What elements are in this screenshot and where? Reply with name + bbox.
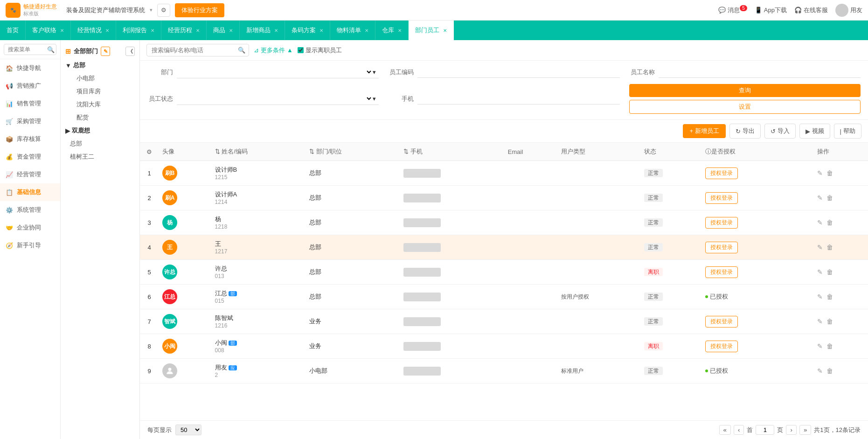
- dept-item-zhishu[interactable]: 植树王二: [61, 150, 139, 163]
- view-button[interactable]: ▶ 视频: [799, 124, 830, 139]
- auth-button[interactable]: 授权登录: [705, 341, 738, 352]
- last-page-button[interactable]: »: [799, 425, 811, 435]
- tab-goods[interactable]: 商品✕: [207, 21, 240, 40]
- export-button[interactable]: ↻ 导出: [729, 124, 761, 139]
- gear-button[interactable]: ⚙: [157, 4, 170, 17]
- import-button[interactable]: ↺ 导入: [764, 124, 796, 139]
- close-customer-icon[interactable]: ✕: [60, 28, 64, 33]
- delete-button[interactable]: 🗑: [826, 244, 833, 251]
- message-button[interactable]: 💬 消息 5: [718, 6, 747, 14]
- auth-button[interactable]: 授权登录: [705, 192, 738, 204]
- dropdown-arrow-icon[interactable]: ▾: [150, 7, 153, 13]
- edit-button[interactable]: ✎: [817, 169, 823, 177]
- user-area[interactable]: 用友: [835, 4, 862, 17]
- sidebar-item-system[interactable]: ⚙️ 系统管理: [0, 201, 60, 219]
- close-barcode-icon[interactable]: ✕: [319, 28, 323, 33]
- show-resigned-checkbox[interactable]: [298, 47, 304, 53]
- tab-barcode[interactable]: 条码方案✕: [285, 21, 330, 40]
- delete-button[interactable]: 🗑: [826, 219, 833, 226]
- edit-button[interactable]: ✎: [817, 268, 823, 276]
- prev-page-button[interactable]: ‹: [734, 425, 744, 435]
- dept-collapse-button[interactable]: 《: [125, 47, 135, 56]
- search-button-icon[interactable]: 🔍: [238, 47, 245, 54]
- dept-group-zongbu[interactable]: ▼ 总部: [61, 59, 139, 72]
- close-goods-icon[interactable]: ✕: [229, 28, 233, 33]
- trial-button[interactable]: 体验行业方案: [175, 3, 224, 17]
- dept-item-xiaodian[interactable]: 小电部: [67, 72, 139, 85]
- tab-business[interactable]: 经营情况✕: [71, 21, 116, 40]
- more-conditions-button[interactable]: ⊿ 更多条件 ▲: [254, 46, 293, 55]
- auth-button[interactable]: 授权登录: [705, 316, 738, 328]
- auth-button[interactable]: 授权登录: [705, 167, 738, 179]
- tab-history[interactable]: 经营历程✕: [161, 21, 207, 40]
- tab-add-goods[interactable]: 新增商品✕: [240, 21, 285, 40]
- auth-button[interactable]: 授权登录: [705, 217, 738, 229]
- tab-customer[interactable]: 客户联络✕: [26, 21, 71, 40]
- tab-warehouse[interactable]: 仓库✕: [375, 21, 409, 40]
- next-page-button[interactable]: ›: [786, 425, 796, 435]
- add-employee-button[interactable]: + 新增员工: [683, 124, 725, 138]
- delete-button[interactable]: 🗑: [826, 367, 833, 375]
- sidebar-item-marketing[interactable]: 📢 营销推广: [0, 77, 60, 95]
- delete-button[interactable]: 🗑: [826, 194, 833, 202]
- empname-input[interactable]: [659, 67, 861, 78]
- sidebar-item-sales[interactable]: 📊 销售管理: [0, 95, 60, 112]
- app-download-button[interactable]: 📱 App下载: [755, 6, 787, 14]
- sidebar-item-finance[interactable]: 💰 资金管理: [0, 148, 60, 166]
- sidebar-item-operation[interactable]: 📈 经营管理: [0, 166, 60, 183]
- close-history-icon[interactable]: ✕: [196, 28, 200, 33]
- edit-button[interactable]: ✎: [817, 244, 823, 251]
- sidebar-item-quick-nav[interactable]: 🏠 快捷导航: [0, 59, 60, 77]
- set-button[interactable]: 设置: [629, 100, 861, 114]
- help-button[interactable]: | 帮助: [834, 124, 861, 139]
- tab-home[interactable]: 首页: [0, 21, 26, 40]
- status-select[interactable]: [180, 95, 373, 103]
- edit-button[interactable]: ✎: [817, 318, 823, 325]
- close-dept-icon[interactable]: ✕: [443, 28, 447, 33]
- edit-button[interactable]: ✎: [817, 367, 823, 375]
- first-page-button[interactable]: «: [719, 425, 731, 435]
- sidebar-item-collab[interactable]: 🤝 企业协同: [0, 219, 60, 237]
- dept-item-shenyang[interactable]: 沈阳大库: [67, 98, 139, 111]
- auth-button[interactable]: 授权登录: [705, 242, 738, 253]
- tab-bom[interactable]: 物料清单✕: [330, 21, 375, 40]
- sidebar-item-basic[interactable]: 📋 基础信息: [0, 183, 60, 201]
- delete-button[interactable]: 🗑: [826, 169, 833, 177]
- col-settings[interactable]: ⚙: [140, 143, 159, 161]
- delete-button[interactable]: 🗑: [826, 268, 833, 276]
- per-page-select[interactable]: 50 100: [175, 425, 201, 435]
- query-button[interactable]: 查询: [629, 84, 861, 97]
- status-select-wrap[interactable]: ▾: [177, 93, 379, 105]
- auth-button[interactable]: 授权登录: [705, 266, 738, 278]
- close-add-goods-icon[interactable]: ✕: [274, 28, 278, 33]
- dept-select-wrap[interactable]: ▾: [177, 66, 379, 78]
- col-phone[interactable]: ⇅ 手机: [400, 143, 504, 161]
- dept-select[interactable]: [180, 68, 373, 76]
- col-dept[interactable]: ⇅ 部门/职位: [306, 143, 400, 161]
- col-name[interactable]: ⇅ 姓名/编码: [211, 143, 306, 161]
- delete-button[interactable]: 🗑: [826, 342, 833, 350]
- close-warehouse-icon[interactable]: ✕: [398, 28, 402, 33]
- dept-item-project[interactable]: 项目库房: [67, 85, 139, 98]
- dept-edit-button[interactable]: ✎: [101, 47, 110, 56]
- dept-group-shuanglu[interactable]: ▶ 双鹿想: [61, 124, 139, 137]
- online-service-button[interactable]: 🎧 在线客服: [794, 6, 828, 14]
- edit-button[interactable]: ✎: [817, 194, 823, 202]
- search-input[interactable]: [146, 44, 249, 56]
- delete-button[interactable]: 🗑: [826, 293, 833, 300]
- delete-button[interactable]: 🗑: [826, 318, 833, 325]
- edit-button[interactable]: ✎: [817, 342, 823, 350]
- tab-profit[interactable]: 利润报告✕: [116, 21, 161, 40]
- edit-button[interactable]: ✎: [817, 293, 823, 300]
- close-business-icon[interactable]: ✕: [105, 28, 109, 33]
- sidebar-item-purchase[interactable]: 🛒 采购管理: [0, 112, 60, 130]
- edit-button[interactable]: ✎: [817, 219, 823, 226]
- close-profit-icon[interactable]: ✕: [151, 28, 154, 33]
- empcode-input[interactable]: [417, 67, 619, 78]
- dept-item-peihuo[interactable]: 配货: [67, 111, 139, 124]
- dept-item-zongbu2[interactable]: 总部: [61, 137, 139, 150]
- page-number-input[interactable]: [756, 425, 774, 435]
- tab-department[interactable]: 部门员工✕: [409, 21, 454, 40]
- phone-input[interactable]: [417, 93, 619, 105]
- close-bom-icon[interactable]: ✕: [365, 28, 368, 33]
